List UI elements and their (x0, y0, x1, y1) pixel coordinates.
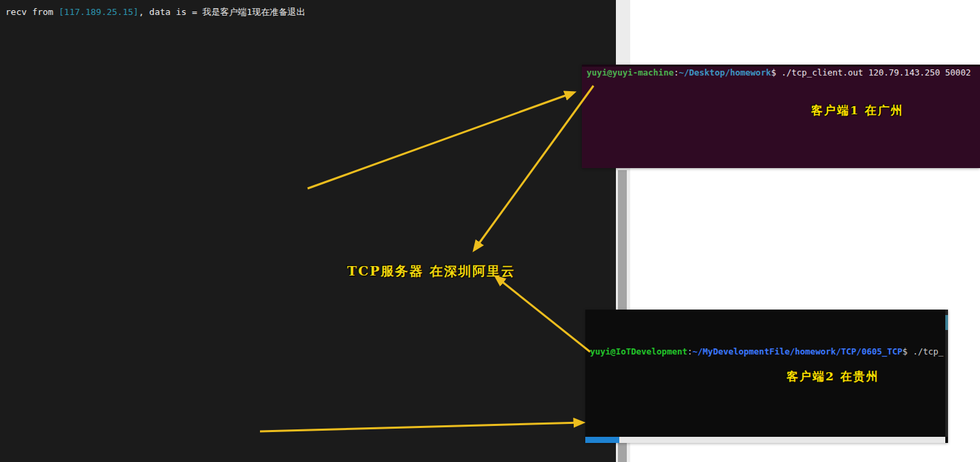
text-segment: yuyi@IoTDevelopment (590, 346, 687, 357)
terminal-line: yuyi@IoTDevelopment:~/MyDevelopmentFile/… (590, 346, 944, 444)
client1-terminal-window[interactable]: yuyi@yuyi-machine:~/Desktop/homework$ ./… (582, 65, 980, 168)
client2-location-label: 客户端2 在贵州 (787, 369, 879, 384)
terminal-line: yuyi@yuyi-machine:~/Desktop/homework$ ./… (587, 68, 976, 168)
client2-horizontal-scrollbar[interactable] (585, 437, 945, 443)
text-segment: $ ./tcp_client.out 120.79.143.250 50002 (771, 67, 971, 78)
text-segment: yuyi@yuyi-machine (587, 67, 674, 78)
text-segment: recv from (5, 7, 59, 17)
client2-vertical-scrollbar-thumb[interactable] (945, 315, 948, 330)
text-segment: $ ./tcp_ (902, 346, 943, 357)
client2-terminal-window[interactable]: yuyi@IoTDevelopment:~/MyDevelopmentFile/… (585, 310, 948, 443)
text-segment: ~/MyDevelopmentFile/homework/TCP/0605_TC… (693, 346, 903, 357)
terminal-line: recv from [117.189.25.15], data is = 我是客… (5, 6, 613, 462)
text-segment: , data is = 我是客户端1现在准备退出 (139, 7, 306, 17)
client2-horizontal-scrollbar-thumb[interactable] (585, 437, 619, 443)
client1-location-label: 客户端1 在广州 (811, 103, 904, 118)
tcp-server-terminal-window[interactable]: recv from [117.189.25.15], data is = 我是客… (0, 0, 616, 462)
text-segment: ~/Desktop/homework (679, 67, 770, 78)
client2-vertical-scrollbar[interactable] (945, 310, 948, 437)
ip-address-text: [117.189.25.15] (59, 7, 138, 17)
text-segment: : (687, 346, 693, 357)
server-location-label: TCP服务器 在深圳阿里云 (347, 263, 515, 280)
